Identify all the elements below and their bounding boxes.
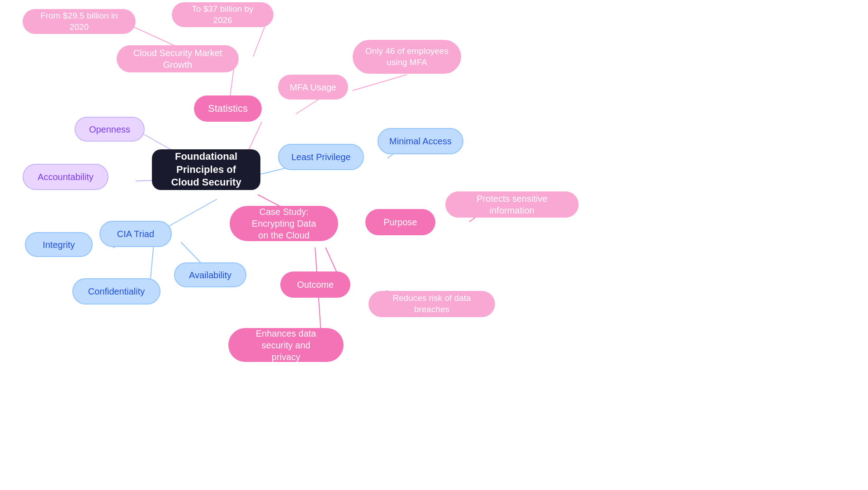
enhances-security-node: Enhances data security andprivacy [228,328,344,362]
only46-node: Only 46 of employees using MFA [353,40,461,74]
purpose-node: Purpose [365,209,435,235]
least-privilege-node: Least Privilege [278,144,364,170]
openness-node: Openness [75,117,145,142]
protects-sensitive-node: Protects sensitive information [445,191,579,218]
statistics-node: Statistics [194,95,262,122]
confidentiality-node: Confidentiality [72,278,160,304]
svg-line-5 [353,75,407,90]
accountability-node: Accountability [23,164,108,190]
svg-line-10 [169,199,217,226]
mindmap-container: Foundational Principles ofCloud Security… [0,0,868,490]
integrity-node: Integrity [25,232,93,257]
mfa-usage-node: MFA Usage [278,75,348,100]
to-billion-node: To $37 billion by 2026 [172,2,274,27]
case-study-node: Case Study: Encrypting Dataon the Cloud [230,206,338,241]
reduces-risk-node: Reduces risk of data breaches [368,291,495,317]
availability-node: Availability [174,262,246,287]
from-billion-node: From $29.5 billion in 2020 [23,9,136,34]
minimal-access-node: Minimal Access [377,128,463,154]
cia-triad-node: CIA Triad [99,221,172,247]
outcome-node: Outcome [280,271,350,298]
cloud-growth-node: Cloud Security Market Growth [117,45,239,72]
center-node: Foundational Principles ofCloud Security [152,149,260,190]
